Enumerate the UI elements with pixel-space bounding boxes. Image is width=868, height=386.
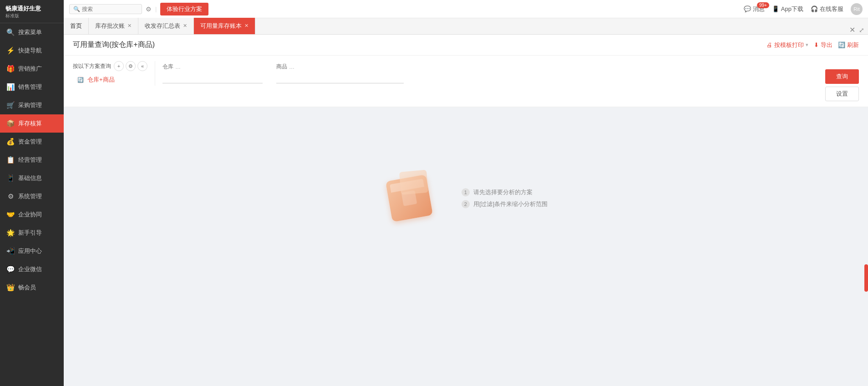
product-more-btn[interactable]: … xyxy=(289,64,294,70)
tab-available-ledger-label: 可用量库存账本 xyxy=(200,22,242,30)
print-dropdown-icon[interactable]: ▾ xyxy=(806,42,808,48)
refresh-icon: 🔄 xyxy=(838,41,845,48)
product-input[interactable] xyxy=(276,72,404,83)
tab-batch-ledger-label: 库存批次账 xyxy=(95,22,125,30)
print-label: 按模板打印 xyxy=(774,41,804,49)
refresh-btn[interactable]: 🔄 刷新 xyxy=(838,41,859,49)
sidebar-item-marketing[interactable]: 🎁 营销推广 xyxy=(0,60,64,78)
hint-1: 1 请先选择要分析的方案 xyxy=(462,188,548,196)
export-btn[interactable]: ⬇ 导出 xyxy=(814,41,832,49)
user-menu[interactable]: Rit xyxy=(851,3,863,15)
close-tab-receipt-summary[interactable]: ✕ xyxy=(183,23,187,28)
scheme-item-warehouse-product[interactable]: 🔄 仓库+商品 xyxy=(73,74,147,86)
export-label: 导出 xyxy=(821,41,832,49)
search-box[interactable]: 🔍 xyxy=(69,4,142,14)
topbar-right: 💬 消息 99+ 📱 App下载 🎧 在线客服 Rit xyxy=(744,3,863,15)
sidebar: 畅康通好生意 标准版 🔍 搜索菜单 ⚡ 快捷导航 🎁 营销推广 📊 销售管理 xyxy=(0,0,64,386)
support-label: 在线客服 xyxy=(820,5,843,13)
sidebar-item-member[interactable]: 👑 畅会员 xyxy=(0,278,64,297)
filter-action-btns: 查询 设置 xyxy=(825,61,859,101)
sidebar-item-inventory[interactable]: 📦 库存核算 xyxy=(0,114,64,133)
close-tab-available-ledger[interactable]: ✕ xyxy=(244,23,249,28)
sidebar-item-enterprise[interactable]: 🤝 企业协同 xyxy=(0,206,64,224)
app-icon: 📲 xyxy=(6,247,15,255)
tab-batch-ledger[interactable]: 库存批次账 ✕ xyxy=(89,18,138,34)
box-icon: 📦 xyxy=(6,119,15,128)
app-download-btn[interactable]: 📱 App下载 xyxy=(772,5,803,13)
sidebar-item-quick-nav[interactable]: ⚡ 快捷导航 xyxy=(0,41,64,60)
scheme-label: 按以下方案查询 xyxy=(73,62,111,70)
empty-illustration xyxy=(384,169,443,228)
warehouse-input[interactable] xyxy=(162,72,263,83)
sidebar-item-guide[interactable]: 🌟 新手引导 xyxy=(0,224,64,242)
print-btn[interactable]: 🖨 按模板打印 ▾ xyxy=(766,41,808,49)
sidebar-item-basics[interactable]: 📱 基础信息 xyxy=(0,169,64,187)
sidebar-item-finance[interactable]: 💰 资金管理 xyxy=(0,133,64,151)
search-icon: 🔍 xyxy=(6,28,15,36)
close-tab-batch-ledger[interactable]: ✕ xyxy=(127,23,132,28)
sidebar-item-label: 库存核算 xyxy=(18,119,42,128)
sidebar-item-label: 应用中心 xyxy=(18,247,42,255)
scheme-item-label: 仓库+商品 xyxy=(87,76,115,84)
support-btn[interactable]: 🎧 在线客服 xyxy=(811,5,843,13)
tabbar: 首页 库存批次账 ✕ 收发存汇总表 ✕ 可用量库存账本 ✕ ✕ ⤢ xyxy=(64,18,868,35)
message-icon: 💬 xyxy=(744,5,751,12)
hints-list: 1 请先选择要分析的方案 2 用[过滤]条件来缩小分析范围 xyxy=(462,188,548,208)
search-input[interactable] xyxy=(82,6,127,12)
scheme-header: 按以下方案查询 + ⚙ « xyxy=(73,61,147,71)
sidebar-item-label: 经营管理 xyxy=(18,156,42,164)
settings-icon[interactable]: ⚙ xyxy=(146,5,152,13)
search-icon: 🔍 xyxy=(73,6,80,12)
sidebar-item-label: 企业微信 xyxy=(18,265,42,273)
sidebar-item-label: 资金管理 xyxy=(18,138,42,146)
sidebar-item-search[interactable]: 🔍 搜索菜单 xyxy=(0,23,64,41)
hint-1-text: 请先选择要分析的方案 xyxy=(473,188,533,196)
tab-home[interactable]: 首页 xyxy=(64,18,89,34)
sidebar-item-label: 企业协同 xyxy=(18,211,42,219)
warehouse-label: 仓库 … xyxy=(162,63,263,71)
messages-btn[interactable]: 💬 消息 99+ xyxy=(744,5,765,13)
sidebar-item-label: 采购管理 xyxy=(18,101,42,109)
quick-icon: ⚡ xyxy=(6,46,15,55)
filter-settings-btn[interactable]: 设置 xyxy=(825,87,859,101)
app-subtitle: 标准版 xyxy=(5,13,58,19)
crown-icon: 👑 xyxy=(6,283,15,292)
sidebar-item-system[interactable]: ⚙ 系统管理 xyxy=(0,187,64,206)
sidebar-item-app-center[interactable]: 📲 应用中心 xyxy=(0,242,64,260)
filter-area: 按以下方案查询 + ⚙ « 🔄 仓库+商品 xyxy=(64,56,868,107)
print-icon: 🖨 xyxy=(766,41,772,48)
tab-close-btn[interactable]: ✕ xyxy=(849,26,855,34)
main-area: 🔍 ⚙ | 体验行业方案 💬 消息 99+ 📱 App下载 🎧 在线客服 xyxy=(64,0,868,386)
settings-scheme-btn[interactable]: ⚙ xyxy=(126,61,136,71)
scheme-refresh-icon: 🔄 xyxy=(76,76,85,84)
query-btn[interactable]: 查询 xyxy=(825,69,859,84)
industry-btn[interactable]: 体验行业方案 xyxy=(160,3,208,15)
gear-icon: ⚙ xyxy=(6,192,15,201)
tab-receipt-summary[interactable]: 收发存汇总表 ✕ xyxy=(138,18,194,34)
sidebar-item-label: 销售管理 xyxy=(18,83,42,91)
download-icon: 📱 xyxy=(772,5,779,12)
page-actions: 🖨 按模板打印 ▾ ⬇ 导出 🔄 刷新 xyxy=(766,41,859,49)
avatar: Rit xyxy=(851,3,863,15)
collapse-scheme-btn[interactable]: « xyxy=(137,61,147,71)
hint-2-num: 2 xyxy=(462,200,470,208)
warehouse-more-btn[interactable]: … xyxy=(175,64,181,70)
add-scheme-btn[interactable]: + xyxy=(114,61,124,71)
tab-receipt-summary-label: 收发存汇总表 xyxy=(145,22,180,30)
hint-1-num: 1 xyxy=(462,188,470,196)
sidebar-item-operations[interactable]: 📋 经营管理 xyxy=(0,151,64,169)
star-icon: 🌟 xyxy=(6,229,15,237)
mobile-icon: 📱 xyxy=(6,174,15,182)
sidebar-item-purchase[interactable]: 🛒 采购管理 xyxy=(0,96,64,114)
right-scroll-strip[interactable] xyxy=(864,264,868,292)
app-download-label: App下载 xyxy=(781,5,803,13)
tab-expand-btn[interactable]: ⤢ xyxy=(859,26,864,34)
tab-available-ledger[interactable]: 可用量库存账本 ✕ xyxy=(194,18,255,34)
sidebar-item-sales[interactable]: 📊 销售管理 xyxy=(0,78,64,96)
handshake-icon: 🤝 xyxy=(6,211,15,219)
sidebar-item-wechat[interactable]: 💬 企业微信 xyxy=(0,260,64,278)
hint-2-text: 用[过滤]条件来缩小分析范围 xyxy=(473,200,548,208)
hint-2: 2 用[过滤]条件来缩小分析范围 xyxy=(462,200,548,208)
app-title: 畅康通好生意 xyxy=(5,5,58,13)
sidebar-item-label: 系统管理 xyxy=(18,192,42,201)
